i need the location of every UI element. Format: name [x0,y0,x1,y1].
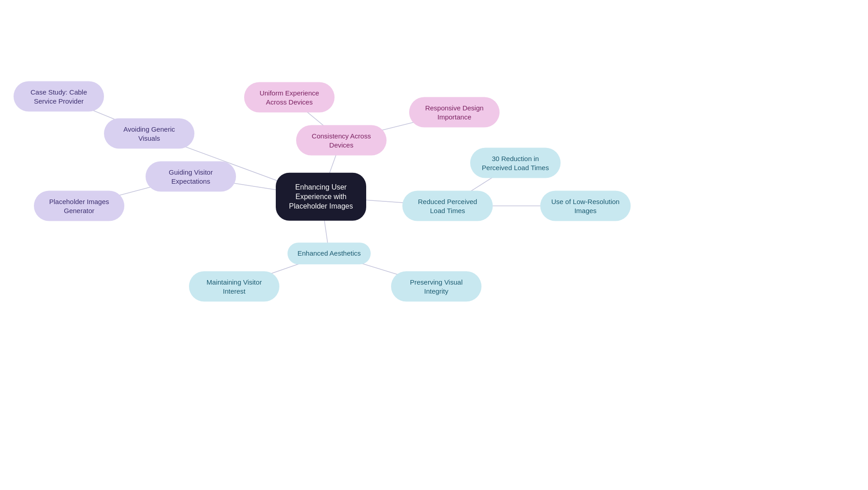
node-avoiding-generic[interactable]: Avoiding Generic Visuals [104,119,194,149]
mindmap-canvas: Enhancing User Experience with Placehold… [0,0,868,490]
node-enhanced-aesthetics[interactable]: Enhanced Aesthetics [288,243,371,264]
node-responsive[interactable]: Responsive Design Importance [409,97,500,128]
node-reduced-load[interactable]: Reduced Perceived Load Times [402,191,493,221]
node-preserving-visual[interactable]: Preserving Visual Integrity [391,271,481,302]
node-guiding-visitor[interactable]: Guiding Visitor Expectations [146,162,236,192]
connection-lines [0,0,868,490]
node-30-reduction[interactable]: 30 Reduction in Perceived Load Times [470,148,561,178]
node-low-res[interactable]: Use of Low-Resolution Images [540,191,631,221]
center-node[interactable]: Enhancing User Experience with Placehold… [276,173,366,221]
node-case-study[interactable]: Case Study: Cable Service Provider [14,81,104,112]
node-consistency[interactable]: Consistency Across Devices [296,125,387,156]
node-placeholder-gen[interactable]: Placeholder Images Generator [34,191,124,221]
node-uniform-exp[interactable]: Uniform Experience Across Devices [244,82,335,113]
node-maintaining-visitor[interactable]: Maintaining Visitor Interest [189,271,279,302]
